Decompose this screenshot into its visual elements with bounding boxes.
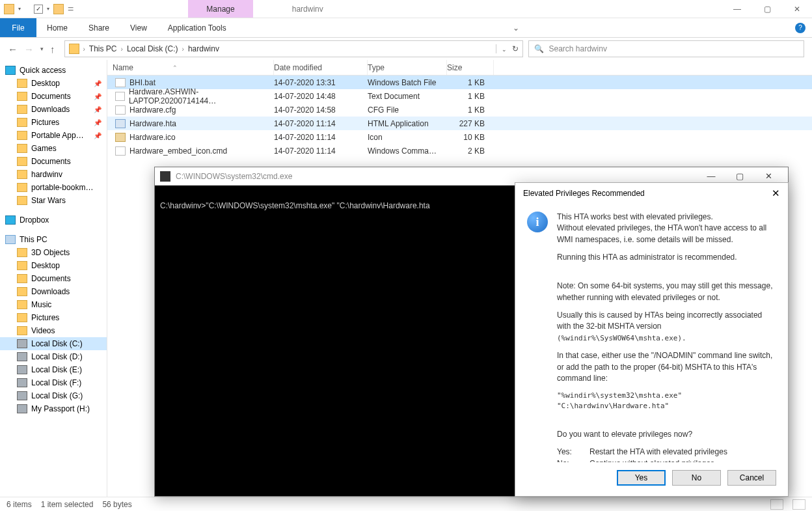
- tab-home[interactable]: Home: [36, 18, 78, 37]
- qat-dropdown-icon[interactable]: ▾: [18, 6, 21, 12]
- sidebar-item[interactable]: hardwinv: [0, 168, 107, 181]
- folder-icon: [17, 170, 27, 179]
- sidebar-item[interactable]: Desktop📌: [0, 77, 107, 90]
- sidebar-item[interactable]: Local Disk (D:): [0, 350, 107, 363]
- status-item-count: 6 items: [7, 500, 32, 509]
- close-button[interactable]: ✕: [754, 171, 783, 181]
- icons-view-button[interactable]: [792, 499, 805, 510]
- pc-icon: [5, 235, 16, 244]
- chevron-right-icon[interactable]: ›: [182, 46, 184, 53]
- sidebar-item[interactable]: Documents📌: [0, 90, 107, 103]
- file-row[interactable]: Hardware.hta14-07-2020 11:14HTML Applica…: [107, 117, 812, 130]
- details-view-button[interactable]: [770, 499, 783, 510]
- ribbon-collapse-icon[interactable]: ⌄: [506, 23, 526, 33]
- forward-button[interactable]: →: [24, 44, 34, 55]
- chevron-right-icon[interactable]: ›: [83, 46, 85, 53]
- folder-icon: [4, 4, 14, 14]
- qat-dropdown2-icon[interactable]: ▾: [47, 6, 49, 12]
- breadcrumb[interactable]: hardwinv: [188, 44, 219, 53]
- folder-icon: [17, 92, 27, 101]
- folder-icon: [17, 183, 27, 192]
- tab-view[interactable]: View: [120, 18, 157, 37]
- sidebar-this-pc[interactable]: This PC: [0, 233, 107, 246]
- maximize-button[interactable]: ▢: [725, 171, 754, 181]
- folder-icon: [17, 196, 27, 205]
- folder-icon: [17, 274, 27, 283]
- tab-share[interactable]: Share: [78, 18, 120, 37]
- search-placeholder: Search hardwinv: [549, 44, 607, 53]
- sidebar-item[interactable]: Portable App…📌: [0, 129, 107, 142]
- sidebar-item[interactable]: Documents: [0, 155, 107, 168]
- address-bar[interactable]: › This PC › Local Disk (C:) › hardwinv ⌄…: [64, 40, 523, 57]
- folder-icon: [17, 118, 27, 127]
- cmd-title-text: C:\WINDOWS\system32\cmd.exe: [176, 172, 292, 181]
- breadcrumb[interactable]: Local Disk (C:): [127, 44, 178, 53]
- file-icon: [115, 78, 126, 87]
- sidebar-quick-access[interactable]: Quick access: [0, 64, 107, 77]
- history-dropdown-icon[interactable]: ▾: [40, 46, 44, 52]
- refresh-button[interactable]: ↻: [512, 44, 519, 53]
- sidebar-item[interactable]: 3D Objects: [0, 246, 107, 259]
- folder-icon: [17, 157, 27, 166]
- folder-icon: [17, 131, 27, 140]
- quick-access-toolbar: ▾ ✓ ▾ =: [0, 3, 77, 15]
- sidebar-dropbox[interactable]: Dropbox: [0, 214, 107, 227]
- sidebar-item[interactable]: Music: [0, 298, 107, 311]
- sidebar-item[interactable]: My Passport (H:): [0, 402, 107, 415]
- pin-icon: 📌: [94, 93, 102, 100]
- pin-icon: 📌: [94, 119, 102, 126]
- search-input[interactable]: 🔍 Search hardwinv: [528, 40, 805, 57]
- sidebar-item[interactable]: Games: [0, 142, 107, 155]
- sidebar-item[interactable]: Pictures📌: [0, 116, 107, 129]
- back-button[interactable]: ←: [8, 44, 18, 55]
- file-icon: [115, 146, 126, 156]
- sidebar-item[interactable]: Local Disk (C:): [0, 337, 107, 350]
- sidebar-item[interactable]: Desktop: [0, 259, 107, 272]
- folder-icon: [17, 300, 27, 309]
- minimize-button[interactable]: —: [697, 171, 725, 181]
- file-row[interactable]: Hardware.ico14-07-2020 11:14Icon10 KB: [107, 130, 812, 144]
- file-icon: [115, 105, 126, 115]
- column-date[interactable]: Date modified: [274, 60, 368, 75]
- column-type[interactable]: Type: [368, 60, 447, 75]
- yes-button[interactable]: Yes: [617, 470, 666, 486]
- cancel-button[interactable]: Cancel: [727, 470, 776, 486]
- sidebar-item[interactable]: Pictures: [0, 311, 107, 324]
- sidebar-item[interactable]: Videos: [0, 324, 107, 337]
- sidebar-item[interactable]: Downloads📌: [0, 103, 107, 116]
- folder-icon: [17, 105, 27, 114]
- breadcrumb[interactable]: This PC: [89, 44, 117, 53]
- address-dropdown-icon[interactable]: ⌄: [502, 46, 512, 53]
- sidebar-item[interactable]: Local Disk (F:): [0, 376, 107, 389]
- explorer-titlebar: ▾ ✓ ▾ = Manage hardwinv — ▢ ✕: [0, 0, 812, 18]
- file-row[interactable]: Hardware_embed_icon.cmd14-07-2020 11:14W…: [107, 144, 812, 158]
- file-row[interactable]: Hardware.ASHWIN-LAPTOP.20200714144…14-07…: [107, 89, 812, 103]
- minimize-button[interactable]: —: [722, 0, 752, 18]
- file-row[interactable]: Hardware.cfg14-07-2020 14:58CFG File1 KB: [107, 103, 812, 117]
- sidebar-item[interactable]: portable-bookm…: [0, 181, 107, 194]
- status-selection: 1 item selected: [41, 500, 94, 509]
- cmd-icon: [160, 171, 170, 182]
- sidebar-item[interactable]: Local Disk (G:): [0, 389, 107, 402]
- sidebar-item[interactable]: Local Disk (E:): [0, 363, 107, 376]
- tab-application-tools[interactable]: Application Tools: [157, 18, 237, 37]
- folder-icon: [17, 144, 27, 153]
- properties-checkbox-icon[interactable]: ✓: [34, 5, 43, 14]
- sidebar-item[interactable]: Downloads: [0, 285, 107, 298]
- elevated-privileges-dialog: Elevated Privileges Recommended ✕ i This…: [515, 182, 789, 497]
- tab-manage[interactable]: Manage: [188, 0, 252, 18]
- maximize-button[interactable]: ▢: [752, 0, 782, 18]
- help-button[interactable]: ?: [795, 23, 805, 33]
- column-name[interactable]: Name⌃: [107, 60, 274, 75]
- close-button[interactable]: ✕: [772, 187, 780, 199]
- file-menu-button[interactable]: File: [0, 18, 36, 37]
- sidebar-item[interactable]: Documents: [0, 272, 107, 285]
- up-button[interactable]: ↑: [50, 44, 55, 55]
- column-size[interactable]: Size: [447, 60, 494, 75]
- no-button[interactable]: No: [672, 470, 721, 486]
- column-headers[interactable]: Name⌃ Date modified Type Size: [107, 60, 812, 76]
- chevron-right-icon[interactable]: ›: [121, 46, 123, 53]
- close-button[interactable]: ✕: [782, 0, 812, 18]
- sidebar-item[interactable]: Star Wars: [0, 194, 107, 207]
- navigation-pane[interactable]: Quick access Desktop📌Documents📌Downloads…: [0, 60, 107, 503]
